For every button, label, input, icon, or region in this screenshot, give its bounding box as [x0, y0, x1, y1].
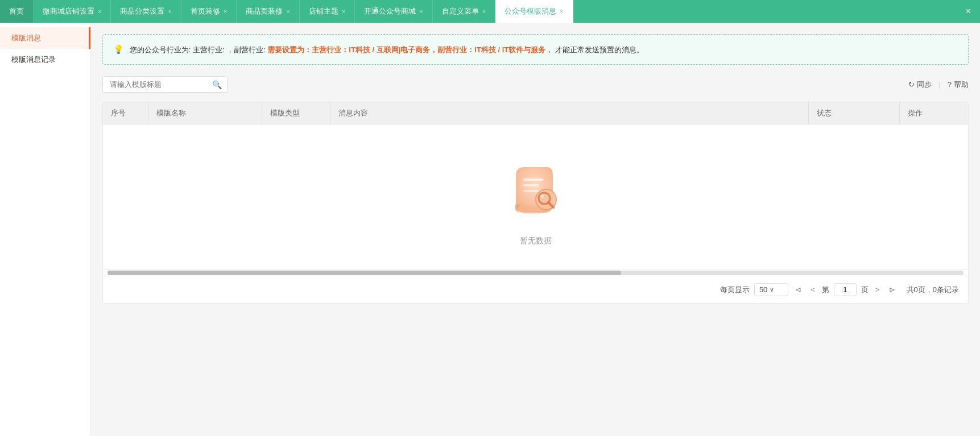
search-icon[interactable]: 🔍 — [212, 80, 222, 89]
tab-home[interactable]: 首页 — [0, 0, 34, 23]
page-size-value: 50 — [759, 285, 767, 294]
tab-product-decor[interactable]: 商品页装修 × — [237, 0, 299, 23]
close-tab-category-settings[interactable]: × — [168, 9, 171, 15]
col-index: 序号 — [103, 102, 148, 124]
top-nav: 首页 微商城店铺设置 × 商品分类设置 × 首页装修 × 商品页装修 × 店铺主… — [0, 0, 980, 23]
help-icon: ? — [948, 80, 952, 89]
tab-open-wechat-mall-label: 开通公众号商城 — [364, 6, 416, 16]
svg-rect-2 — [523, 184, 539, 186]
scroll-area[interactable] — [103, 269, 968, 276]
sidebar-item-template-msg-record[interactable]: 模版消息记录 — [0, 49, 90, 70]
tab-shop-settings[interactable]: 微商城店铺设置 × — [34, 0, 111, 23]
sidebar-item-template-msg-label: 模版消息 — [11, 34, 41, 42]
tab-open-wechat-mall[interactable]: 开通公众号商城 × — [355, 0, 432, 23]
sidebar: 模版消息 模版消息记录 — [0, 23, 91, 436]
main-layout: 模版消息 模版消息记录 💡 您的公众号行业为: 主营行业: ，副营行业: 需要设… — [0, 23, 980, 436]
svg-point-7 — [540, 194, 544, 198]
close-tab-product-decor[interactable]: × — [286, 9, 290, 15]
notice-text-prefix: 您的公众号行业为: 主营行业: ，副营行业: — [130, 45, 268, 54]
search-input-wrap: 🔍 — [102, 76, 228, 93]
help-label: 帮助 — [954, 80, 969, 90]
search-bar: 🔍 ↻ 同步 | ? 帮助 — [102, 76, 969, 93]
empty-state: 暂无数据 — [103, 124, 968, 269]
table-header: 序号 模版名称 模版类型 消息内容 状态 操作 — [103, 102, 968, 124]
sync-icon: ↻ — [908, 80, 915, 89]
page-unit: 页 — [861, 285, 869, 295]
bulb-icon: 💡 — [113, 44, 124, 54]
scroll-thumb[interactable] — [107, 271, 621, 275]
tab-shop-settings-label: 微商城店铺设置 — [43, 6, 94, 16]
tab-home-decor-label: 首页装修 — [191, 6, 220, 16]
tab-shop-theme[interactable]: 店铺主题 × — [300, 0, 355, 23]
notice-text-suffix: 才能正常发送预置的消息。 — [555, 45, 644, 54]
tab-home-label: 首页 — [9, 6, 24, 16]
page-size-label: 每页显示 — [720, 285, 750, 295]
global-close-icon: × — [966, 6, 971, 16]
sidebar-item-template-msg-record-label: 模版消息记录 — [11, 55, 56, 64]
global-close-button[interactable]: × — [957, 0, 980, 23]
empty-icon — [502, 159, 570, 227]
close-tab-home-decor[interactable]: × — [224, 9, 227, 15]
prev-page-button[interactable]: < — [808, 284, 817, 295]
close-tab-shop-settings[interactable]: × — [98, 9, 101, 15]
page-size-select[interactable]: 50 ∨ — [754, 283, 788, 296]
close-tab-template-msg[interactable]: × — [560, 9, 563, 15]
col-action: 操作 — [900, 102, 968, 124]
page-number-input[interactable] — [834, 283, 857, 296]
close-tab-open-wechat-mall[interactable]: × — [419, 9, 423, 15]
page-label: 第 — [822, 285, 829, 295]
page-total: 共0页，0条记录 — [907, 285, 959, 295]
sidebar-item-template-msg[interactable]: 模版消息 — [0, 27, 90, 49]
close-tab-shop-theme[interactable]: × — [342, 9, 345, 15]
close-tab-custom-menu[interactable]: × — [482, 9, 486, 15]
col-name: 模版名称 — [148, 102, 262, 124]
tab-category-settings-label: 商品分类设置 — [120, 6, 164, 16]
sync-label: 同步 — [917, 80, 932, 90]
svg-rect-1 — [523, 178, 543, 181]
help-button[interactable]: ? 帮助 — [948, 80, 969, 90]
toolbar-divider: | — [938, 80, 940, 89]
tab-category-settings[interactable]: 商品分类设置 × — [111, 0, 181, 23]
tab-home-decor[interactable]: 首页装修 × — [181, 0, 237, 23]
tab-template-msg-label: 公众号模版消息 — [505, 6, 556, 16]
tab-shop-theme-label: 店铺主题 — [309, 6, 338, 16]
content-area: 💡 您的公众号行业为: 主营行业: ，副营行业: 需要设置为：主营行业：IT科技… — [91, 23, 980, 436]
col-type: 模版类型 — [262, 102, 330, 124]
next-page-button[interactable]: > — [873, 284, 882, 295]
empty-text: 暂无数据 — [520, 236, 552, 246]
tab-template-msg[interactable]: 公众号模版消息 × — [495, 0, 573, 23]
sync-button[interactable]: ↻ 同步 — [908, 80, 932, 90]
last-page-button[interactable]: ⊳ — [887, 284, 898, 295]
first-page-button[interactable]: ⊲ — [793, 284, 804, 295]
col-status: 状态 — [809, 102, 900, 124]
table-wrap: 序号 模版名称 模版类型 消息内容 状态 操作 — [102, 102, 969, 304]
notice-highlight: 需要设置为：主营行业：IT科技 / 互联网|电子商务，副营行业：IT科技 / I… — [267, 45, 553, 54]
notice-box: 💡 您的公众号行业为: 主营行业: ，副营行业: 需要设置为：主营行业：IT科技… — [102, 34, 969, 65]
col-content: 消息内容 — [330, 102, 809, 124]
tab-custom-menu-label: 自定义菜单 — [442, 6, 479, 16]
pagination: 每页显示 50 ∨ ⊲ < 第 页 > ⊳ 共0页，0条记录 — [103, 276, 968, 303]
search-input[interactable] — [102, 76, 228, 93]
scroll-track[interactable] — [107, 271, 964, 275]
tab-product-decor-label: 商品页装修 — [246, 6, 283, 16]
toolbar-right: ↻ 同步 | ? 帮助 — [908, 80, 969, 90]
tab-custom-menu[interactable]: 自定义菜单 × — [433, 0, 495, 23]
page-size-chevron-icon: ∨ — [770, 286, 774, 293]
